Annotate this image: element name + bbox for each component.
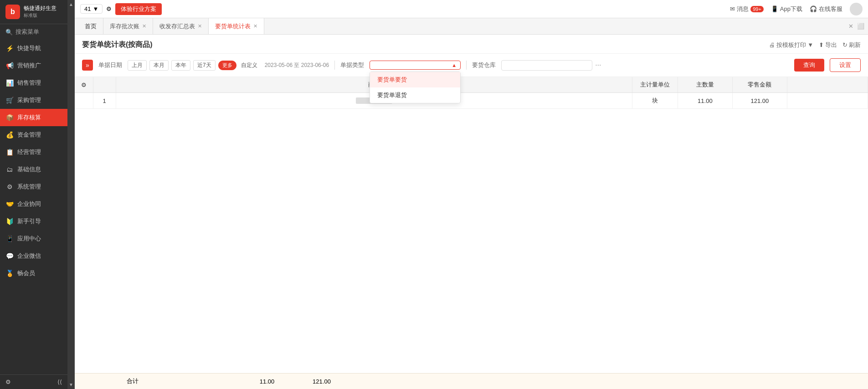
sidebar-item-appstore[interactable]: 📱应用中心	[0, 230, 67, 247]
top-header: 41 ▼ ⚙ 体验行业方案 ✉ 消息 99+ 📱 App下载 🎧 在线客服	[75, 0, 868, 18]
nav-icon-base: 🗂	[5, 166, 14, 173]
nav-icon-wechat: 💬	[5, 252, 14, 260]
chevron-up-icon: ▲	[452, 62, 457, 68]
date-btn-last-month[interactable]: 上月	[128, 60, 147, 71]
message-btn[interactable]: ✉ 消息 99+	[730, 5, 764, 13]
scroll-up-icon[interactable]: ▲	[69, 2, 73, 7]
refresh-action[interactable]: ↻ 刷新	[842, 41, 861, 49]
cell-extra	[787, 93, 868, 109]
tab-close-order_stats[interactable]: ✕	[253, 23, 257, 29]
sidebar-item-purchase[interactable]: 🛒采购管理	[0, 92, 67, 109]
doc-type-dropdown: 要货单要货要货单退货	[370, 72, 461, 103]
app-download-btn[interactable]: 📱 App下载	[771, 5, 802, 13]
filter-bar: » 单据日期 上月 本月 本年 近7天 更多 自定义 2023-05-06 至 …	[75, 54, 868, 77]
collapse-icon[interactable]: ⟨⟨	[57, 379, 62, 385]
cell-unit: 块	[632, 93, 678, 109]
export-action[interactable]: ⬆ 导出	[819, 41, 837, 49]
logo-sub: 标准版	[24, 12, 56, 19]
store-selector[interactable]: 41 ▼	[80, 4, 103, 14]
expand-icon: »	[86, 61, 89, 69]
scroll-down-icon[interactable]: ▼	[69, 382, 73, 387]
settings-icon-header[interactable]: ⚙	[106, 5, 112, 12]
col-settings[interactable]: ⚙	[75, 77, 93, 93]
trial-btn[interactable]: 体验行业方案	[115, 3, 162, 15]
logo-title: 畅捷通好生意	[24, 5, 56, 12]
sidebar-nav: ⚡快捷导航📢营销推广📊销售管理🛒采购管理📦库存核算💰资金管理📋经营管理🗂基础信息…	[0, 40, 67, 374]
sidebar-item-guide[interactable]: 🔰新手引导	[0, 213, 67, 230]
tab-label-inventory_batch: 库存批次账	[110, 22, 139, 31]
sidebar: b 畅捷通好生意 标准版 🔍 搜索菜单 ⚡快捷导航📢营销推广📊销售管理🛒采购管理…	[0, 0, 67, 389]
nav-icon-sales: 📊	[5, 79, 14, 87]
sidebar-item-marketing[interactable]: 📢营销推广	[0, 57, 67, 74]
nav-label-member: 畅会员	[17, 269, 35, 277]
warehouse-input-group: ···	[501, 60, 789, 71]
query-btn[interactable]: 查询	[794, 59, 824, 72]
doc-type-select[interactable]: ▲	[370, 61, 461, 70]
date-label: 单据日期	[98, 61, 122, 69]
nav-icon-system: ⚙	[5, 183, 14, 190]
nav-label-operations: 经营管理	[17, 148, 41, 156]
tab-expand-icon[interactable]: ⬜	[857, 23, 864, 30]
filter-more-icon[interactable]: ···	[595, 61, 601, 69]
sidebar-item-shortcut[interactable]: ⚡快捷导航	[0, 40, 67, 57]
dropdown-item-return_order[interactable]: 要货单退货	[370, 87, 460, 103]
col-unit: 主计量单位	[632, 77, 678, 93]
header-left: 41 ▼ ⚙ 体验行业方案	[80, 3, 162, 15]
col-empty	[787, 77, 868, 93]
tab-order_stats[interactable]: 要货单统计表✕	[209, 18, 264, 34]
warehouse-input[interactable]	[501, 60, 592, 71]
nav-icon-member: 🏅	[5, 270, 14, 277]
sidebar-item-enterprise[interactable]: 🤝企业协同	[0, 195, 67, 213]
dropdown-item-purchase_order[interactable]: 要货单要货	[370, 72, 460, 87]
nav-icon-finance: 💰	[5, 131, 14, 138]
search-menu[interactable]: 🔍 搜索菜单	[0, 24, 67, 40]
sidebar-item-inventory[interactable]: 📦库存核算	[0, 109, 67, 126]
avatar[interactable]	[850, 3, 863, 15]
settings-icon[interactable]: ⚙	[5, 379, 11, 385]
tab-close-all-icon[interactable]: ✕	[848, 23, 853, 30]
page-title-bar: 要货单统计表(按商品) 🖨 按模板打印 ▼ ⬆ 导出 ↻ 刷新	[75, 35, 868, 54]
page-content: 要货单统计表(按商品) 🖨 按模板打印 ▼ ⬆ 导出 ↻ 刷新	[75, 35, 868, 389]
tab-label-shipment_summary: 收发存汇总表	[159, 22, 195, 31]
footer-amount: 121.00	[294, 378, 349, 385]
date-btn-this-month[interactable]: 本月	[149, 60, 169, 71]
tab-home[interactable]: 首页	[78, 18, 103, 34]
tab-shipment_summary[interactable]: 收发存汇总表✕	[153, 18, 209, 34]
print-icon: 🖨	[769, 41, 775, 48]
date-btn-more[interactable]: 更多	[218, 61, 236, 70]
page-actions: 🖨 按模板打印 ▼ ⬆ 导出 ↻ 刷新	[769, 41, 861, 49]
col-qty: 主数量	[678, 77, 732, 93]
app-icon: 📱	[771, 5, 778, 12]
message-label: 消息	[737, 5, 749, 13]
cell-no: 1	[93, 93, 116, 109]
nav-icon-appstore: 📱	[5, 235, 14, 242]
nav-icon-inventory: 📦	[5, 114, 14, 121]
sidebar-item-base[interactable]: 🗂基础信息	[0, 161, 67, 178]
date-btn-7days[interactable]: 近7天	[193, 60, 216, 71]
date-btn-custom[interactable]: 自定义	[239, 61, 259, 70]
filter-expand-btn[interactable]: »	[82, 60, 93, 71]
app-download-label: App下载	[780, 5, 802, 13]
online-service-label: 在线客服	[819, 5, 842, 13]
date-btn-this-year[interactable]: 本年	[171, 60, 190, 71]
online-service-btn[interactable]: 🎧 在线客服	[810, 5, 842, 13]
cell-amount: 121.00	[732, 93, 787, 109]
sidebar-item-operations[interactable]: 📋经营管理	[0, 143, 67, 161]
sidebar-item-wechat[interactable]: 💬企业微信	[0, 247, 67, 265]
nav-icon-enterprise: 🤝	[5, 200, 14, 208]
sidebar-item-sales[interactable]: 📊销售管理	[0, 74, 67, 92]
sidebar-item-system[interactable]: ⚙系统管理	[0, 178, 67, 195]
nav-icon-purchase: 🛒	[5, 97, 14, 104]
refresh-label: 刷新	[849, 41, 861, 49]
chevron-down-icon: ▼	[92, 5, 98, 12]
headset-icon: 🎧	[810, 5, 817, 12]
tab-close-shipment_summary[interactable]: ✕	[198, 23, 202, 29]
tab-inventory_batch[interactable]: 库存批次账✕	[103, 18, 153, 34]
set-btn[interactable]: 设置	[830, 58, 861, 72]
tab-close-inventory_batch[interactable]: ✕	[142, 23, 146, 29]
sidebar-item-member[interactable]: 🏅畅会员	[0, 265, 67, 282]
sidebar-item-finance[interactable]: 💰资金管理	[0, 126, 67, 143]
cell-settings	[75, 93, 93, 109]
print-action[interactable]: 🖨 按模板打印 ▼	[769, 41, 813, 49]
nav-label-purchase: 采购管理	[17, 96, 41, 104]
